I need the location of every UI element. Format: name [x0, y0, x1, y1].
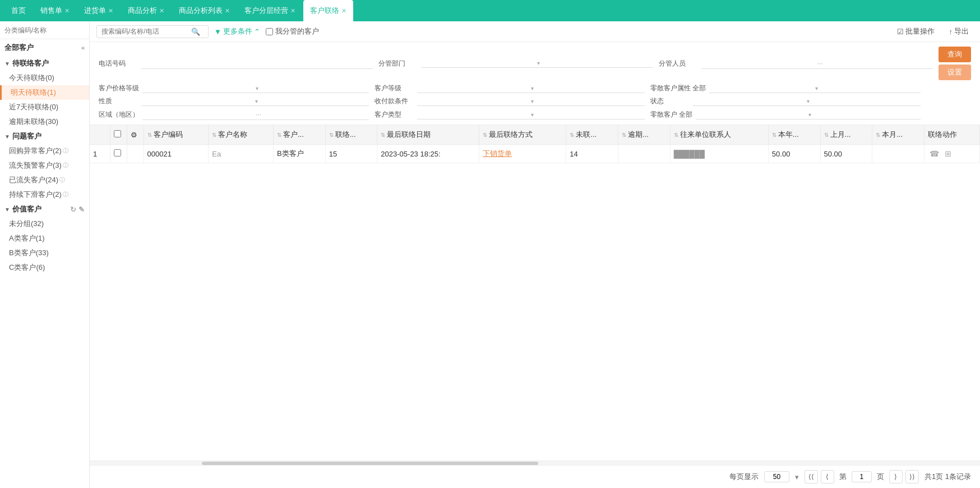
sidebar-item-decline[interactable]: 持续下滑客户(2) ⓘ	[0, 187, 89, 202]
col-last-month[interactable]: ⇅上月...	[820, 125, 872, 145]
region-select[interactable]: ···	[142, 109, 369, 120]
select-all-checkbox[interactable]	[114, 130, 121, 137]
sidebar-item-lost-warning[interactable]: 流失预警客户(3) ⓘ	[0, 158, 89, 173]
filter-dept: 分管部门 ▾	[378, 59, 653, 68]
first-page-btn[interactable]: ⟨⟨	[805, 470, 818, 484]
sidebar-search-input[interactable]	[4, 26, 89, 34]
search-icon-btn[interactable]: 🔍	[191, 27, 200, 36]
sidebar-item-repurchase[interactable]: 回购异常客户(2) ⓘ	[0, 144, 89, 158]
cell-this-month	[872, 145, 924, 163]
retail-customer-select[interactable]: ▾	[696, 111, 921, 119]
customer-type-select[interactable]: ▾	[417, 111, 645, 119]
sidebar-item-unclassified[interactable]: 未分组(32)	[0, 217, 89, 231]
filter-customer-level: 客户等级 ▾	[375, 84, 645, 93]
arrow-icon: ▼	[4, 61, 10, 67]
more-icon[interactable]: ⊞	[945, 149, 951, 158]
col-contact-count[interactable]: ⇅联络...	[325, 125, 377, 145]
cell-checkbox[interactable]	[110, 145, 127, 163]
nav-analysis-list-close[interactable]: ✕	[225, 7, 230, 15]
sidebar-item-week[interactable]: 近7天待联络(0)	[0, 100, 89, 114]
refresh-icon[interactable]: ↻	[70, 205, 76, 214]
down-arrow-icon-5: ▾	[255, 98, 367, 104]
col-last-date[interactable]: ⇅最后联络日期	[377, 125, 479, 145]
manager-select[interactable]: ···	[701, 58, 933, 69]
sidebar-item-today[interactable]: 今天待联络(0)	[0, 71, 89, 85]
nav-customer-contact[interactable]: 客户联络 ✕	[303, 0, 353, 21]
nav-analysis[interactable]: 商品分析 ✕	[121, 0, 171, 21]
my-customer-checkbox[interactable]	[266, 28, 273, 35]
scrollbar-thumb[interactable]	[202, 462, 538, 465]
col-uncontacted[interactable]: ⇅未联...	[566, 125, 618, 145]
page-number-input[interactable]	[852, 471, 872, 482]
nature-select[interactable]: ▾	[141, 97, 369, 106]
status-select[interactable]: ▾	[693, 97, 921, 106]
query-btn[interactable]: 查询	[939, 47, 971, 62]
phone-input[interactable]	[141, 58, 373, 69]
nav-purchase-close[interactable]: ✕	[108, 7, 113, 15]
more-filter-btn[interactable]: ▼ 更多条件 ⌃	[214, 26, 260, 36]
horizontal-scrollbar[interactable]	[90, 461, 980, 465]
search-bar: 🔍 ▼ 更多条件 ⌃ 我分管的客户 ☑ 批量操作 ↑ 导出	[90, 21, 980, 42]
sidebar-item-class-b[interactable]: B类客户(33)	[0, 246, 89, 260]
page-size-input[interactable]	[764, 471, 789, 482]
row-checkbox[interactable]	[114, 149, 121, 156]
col-this-month[interactable]: ⇅本月...	[872, 125, 924, 145]
customer-level-select[interactable]: ▾	[417, 84, 645, 93]
page-navigation: ⟨⟨ ⟨ 第 页 ⟩ ⟩⟩	[805, 470, 919, 484]
chevron-down-icon[interactable]: ▾	[795, 473, 799, 481]
arrow-icon-2: ▼	[4, 133, 10, 140]
retail-attr-select[interactable]: ▾	[709, 84, 921, 93]
col-this-year[interactable]: ⇅本年...	[768, 125, 820, 145]
sidebar-item-class-a[interactable]: A类客户(1)	[0, 231, 89, 246]
sidebar-group-value[interactable]: ▼ 价值客户 ↻ ✎	[0, 202, 89, 217]
nav-contact-close[interactable]: ✕	[341, 7, 346, 15]
cell-last-method[interactable]: 下销货单	[479, 145, 566, 163]
page-size-label: 每页显示	[729, 472, 759, 482]
nav-sales-close[interactable]: ✕	[64, 7, 70, 15]
sort-icon-12: ⇅	[876, 132, 880, 138]
col-name[interactable]: ⇅客户名称	[209, 125, 274, 145]
nav-analysis-close[interactable]: ✕	[159, 7, 164, 15]
next-page-btn[interactable]: ⟩	[889, 470, 903, 484]
price-level-select[interactable]: ▾	[142, 84, 369, 93]
sidebar-item-class-c[interactable]: C类客户(6)	[0, 260, 89, 275]
col-customer-type[interactable]: ⇅客户...	[274, 125, 326, 145]
edit-icon[interactable]: ✎	[78, 205, 85, 214]
col-code[interactable]: ⇅客户编码	[144, 125, 209, 145]
nav-purchase[interactable]: 进货单 ✕	[77, 0, 120, 21]
nav-analysis-list[interactable]: 商品分析列表 ✕	[172, 0, 237, 21]
down-arrow-icon: ▾	[537, 60, 651, 66]
nav-customer-segmentation[interactable]: 客户分层经营 ✕	[238, 0, 302, 21]
batch-operation-btn[interactable]: ☑ 批量操作	[893, 25, 939, 38]
down-arrow-icon-3: ▾	[531, 85, 642, 91]
sidebar-item-overdue[interactable]: 逾期未联络(30)	[0, 114, 89, 129]
settings-btn[interactable]: 设置	[939, 65, 971, 80]
prev-page-btn[interactable]: ⟨	[821, 470, 834, 484]
filter-row-4: 区域（地区） ··· 客户类型 ▾ 零散客户 全部	[99, 109, 971, 120]
col-last-method[interactable]: ⇅最后联络方式	[479, 125, 566, 145]
nav-home[interactable]: 首页	[4, 0, 33, 21]
phone-icon[interactable]: ☎	[930, 149, 939, 158]
my-customer-checkbox-wrap[interactable]: 我分管的客户	[266, 26, 319, 36]
last-method-link[interactable]: 下销货单	[483, 149, 512, 158]
nav-sales[interactable]: 销售单 ✕	[34, 0, 76, 21]
dept-select[interactable]: ▾	[421, 59, 653, 68]
sidebar-item-already-lost[interactable]: 已流失客户(24) ⓘ	[0, 173, 89, 187]
sidebar-all-customers[interactable]: 全部客户 «	[0, 39, 89, 56]
export-btn[interactable]: ↑ 导出	[945, 25, 974, 38]
cell-index: 1	[90, 145, 110, 163]
sidebar-group-problem[interactable]: ▼ 问题客户	[0, 129, 89, 144]
sidebar-item-tomorrow[interactable]: 明天待联络(1)	[0, 85, 89, 100]
cell-last-month: 50.00	[820, 145, 872, 163]
nav-segmentation-close[interactable]: ✕	[290, 7, 295, 15]
payment-select[interactable]: ▾	[417, 97, 645, 106]
last-page-btn[interactable]: ⟩⟩	[905, 470, 919, 484]
col-partner-contact[interactable]: ⇅往来单位联系人	[670, 125, 768, 145]
table-body: 1 000021 Ea B类客户 15 2023-05-23 18:25: 下销…	[90, 145, 980, 163]
col-overdue[interactable]: ⇅逾期...	[618, 125, 671, 145]
search-input[interactable]	[101, 27, 191, 35]
cell-contact-count: 15	[325, 145, 377, 163]
sidebar-group-pending[interactable]: ▼ 待联络客户	[0, 56, 89, 71]
sort-icon-2: ⇅	[212, 132, 216, 138]
table-footer: 每页显示 ▾ ⟨⟨ ⟨ 第 页 ⟩ ⟩⟩ 共1页 1条记录	[90, 465, 980, 488]
